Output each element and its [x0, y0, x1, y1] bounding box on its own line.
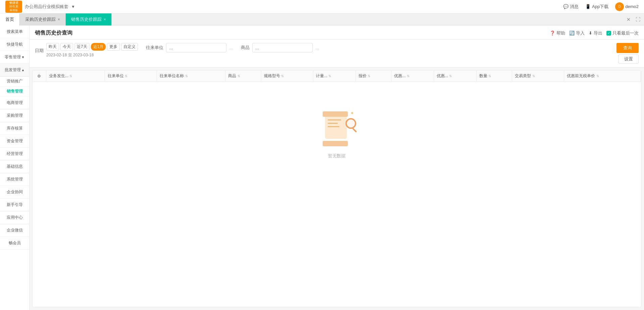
date-btn-more[interactable]: 更多 — [107, 43, 120, 51]
sidebar-item-purchase-mgmt[interactable]: 采购管理 — [0, 109, 29, 122]
import-btn[interactable]: 🔄 导入 — [569, 30, 585, 36]
sort-icon-biz-date: ⇅ — [69, 74, 72, 78]
sidebar-item-marketing-label: 营销推广 — [7, 79, 23, 84]
tab-purchase-history-close[interactable]: × — [58, 17, 60, 22]
sidebar-item-enterprise-collab[interactable]: 企业协同 — [0, 186, 29, 199]
sidebar-item-retail-mgmt[interactable]: 零售管理 ▼ — [0, 51, 29, 64]
sort-icon-no-tax-price: ⇅ — [596, 74, 599, 78]
th-partner-name[interactable]: 往来单位名称 ⇅ — [157, 70, 225, 82]
goods-input[interactable] — [252, 43, 313, 52]
export-icon: ⬇ — [589, 31, 592, 36]
sidebar-item-wholesale-mgmt-label: 批发管理 — [5, 67, 21, 73]
th-biz-date[interactable]: 业务发生... ⇅ — [46, 70, 105, 82]
message-btn[interactable]: 💬 消息 — [563, 4, 579, 10]
tab-purchase-history-label: 采购历史价跟踪 — [25, 16, 56, 22]
message-icon: 💬 — [563, 4, 569, 9]
sidebar-item-system-mgmt[interactable]: 系统管理 — [0, 173, 29, 186]
app-download-btn[interactable]: 📱 App下载 — [585, 4, 608, 10]
sidebar-item-sales-mgmt[interactable]: 销售管理 — [0, 87, 29, 97]
partner-dots: ... — [229, 45, 233, 50]
content: 销售历史价查询 ❓ 帮助 🔄 导入 ⬇ 导出 只看最后一次 — [30, 25, 644, 310]
sidebar-item-wholesale-mgmt[interactable]: 批发管理 ▲ — [0, 64, 29, 76]
sidebar-item-base-info[interactable]: 基础信息 — [0, 160, 29, 173]
date-btn-today[interactable]: 今天 — [60, 43, 73, 51]
th-trade-type[interactable]: 交易类型 ⇅ — [512, 70, 564, 82]
empty-magnifier-circle — [345, 118, 356, 129]
th-spec-label: 规格型号 — [264, 73, 280, 78]
th-goods[interactable]: 商品 ⇅ — [225, 70, 261, 82]
dropdown-icon[interactable]: ▼ — [71, 4, 75, 9]
sidebar-item-app-center[interactable]: 应用中心 — [0, 211, 29, 224]
sidebar-item-quick-nav[interactable]: 快捷导航 — [0, 38, 29, 51]
empty-sparkle: ✦ — [350, 110, 354, 116]
tab-sales-history-close[interactable]: × — [104, 17, 106, 22]
export-btn[interactable]: ⬇ 导出 — [589, 30, 602, 36]
import-icon: 🔄 — [569, 31, 575, 36]
sidebar-item-enterprise-collab-label: 企业协同 — [7, 190, 23, 194]
tab-sales-history[interactable]: 销售历史价跟踪 × — [66, 13, 112, 25]
sidebar-item-inventory[interactable]: 库存核算 — [0, 122, 29, 135]
empty-magnifier-handle — [352, 128, 357, 133]
tabbar-right: ✕ ⛶ — [625, 16, 644, 23]
topbar: 畅捷通好生意标准版 办公用品行业模拟账套 ▼ 💬 消息 📱 App下载 D de… — [0, 0, 644, 13]
sidebar-item-ecommerce[interactable]: 电商管理 — [0, 97, 29, 109]
sidebar-item-membership[interactable]: 畅会员 — [0, 237, 29, 250]
empty-doc-line2 — [328, 123, 338, 124]
sidebar-item-search-menu[interactable]: 搜索菜单 — [0, 25, 29, 38]
date-filter-group: 日期 昨天 今天 近7天 近1月 更多 自定义 2023-02-18 至 202… — [35, 43, 138, 58]
sort-icon-partner-code: ⇅ — [125, 74, 127, 78]
date-buttons: 昨天 今天 近7天 近1月 更多 自定义 — [46, 43, 138, 51]
th-quote-price[interactable]: 报价 ⇅ — [356, 70, 391, 82]
empty-doc-line3 — [328, 126, 339, 127]
sidebar-item-enterprise-wechat[interactable]: 企业微信 — [0, 224, 29, 237]
th-discount2[interactable]: 优惠... ⇅ — [434, 70, 477, 82]
topbar-left: 畅捷通好生意标准版 办公用品行业模拟账套 ▼ — [5, 1, 75, 13]
query-btn[interactable]: 查询 — [616, 43, 639, 53]
th-partner-code[interactable]: 往来单位 ⇅ — [105, 70, 157, 82]
sort-icon-goods: ⇅ — [237, 74, 240, 78]
th-discount1[interactable]: 优惠... ⇅ — [391, 70, 434, 82]
app-download-icon: 📱 — [585, 4, 591, 9]
date-label: 日期 — [35, 48, 44, 54]
th-no-tax-price[interactable]: 优惠前无税单价 ⇅ — [564, 70, 641, 82]
setting-btn[interactable]: 设置 — [619, 54, 639, 64]
th-unit[interactable]: 计量... ⇅ — [313, 70, 356, 82]
sidebar-item-finance-label: 资金管理 — [7, 139, 23, 143]
user-area[interactable]: D demo2 — [615, 2, 639, 11]
th-quantity[interactable]: 数量 ⇅ — [476, 70, 512, 82]
date-btn-custom[interactable]: 自定义 — [121, 43, 138, 51]
sidebar-item-marketing[interactable]: 营销推广 — [0, 76, 29, 87]
sidebar-item-guide[interactable]: 新手引导 — [0, 199, 29, 211]
tab-home[interactable]: 首页 — [0, 13, 20, 25]
sidebar-item-ecommerce-label: 电商管理 — [7, 100, 23, 105]
help-btn[interactable]: ❓ 帮助 — [550, 30, 565, 36]
goods-filter-group: 商品 ... — [241, 43, 319, 52]
date-btn-7days[interactable]: 近7天 — [74, 43, 90, 51]
help-icon: ❓ — [550, 31, 555, 36]
only-last-checkbox[interactable]: 只看最后一次 — [606, 30, 639, 36]
th-spec[interactable]: 规格型号 ⇅ — [261, 70, 313, 82]
th-partner-code-label: 往来单位 — [108, 73, 124, 78]
th-quantity-label: 数量 — [479, 73, 487, 78]
sort-icon-unit: ⇅ — [328, 74, 331, 78]
sidebar-item-ops-mgmt[interactable]: 经营管理 — [0, 148, 29, 160]
goods-label: 商品 — [241, 45, 250, 51]
tab-purchase-history[interactable]: 采购历史价跟踪 × — [20, 13, 66, 25]
th-partner-name-label: 往来单位名称 — [160, 73, 184, 78]
data-table: ⚙ 业务发生... ⇅ 往来单位 ⇅ 往来单位名称 ⇅ — [33, 70, 641, 186]
date-btn-yesterday[interactable]: 昨天 — [46, 43, 59, 51]
partner-input[interactable] — [166, 43, 226, 52]
wholesale-expand-icon: ▲ — [21, 68, 25, 72]
th-settings[interactable]: ⚙ — [33, 70, 46, 82]
close-all-btn[interactable]: ✕ — [625, 16, 632, 23]
sidebar: 搜索菜单 快捷导航 零售管理 ▼ 批发管理 ▲ 营销推广 销售管理 电商管理 采… — [0, 25, 30, 310]
sidebar-item-quick-nav-label: 快捷导航 — [7, 42, 23, 47]
empty-text: 暂无数据 — [328, 153, 345, 159]
table-container: ⚙ 业务发生... ⇅ 往来单位 ⇅ 往来单位名称 ⇅ — [32, 70, 641, 307]
fullscreen-btn[interactable]: ⛶ — [635, 16, 641, 23]
empty-doc-bottom — [323, 141, 348, 146]
table-body: ✦ 暂无数据 — [33, 82, 641, 186]
date-btn-1month[interactable]: 近1月 — [91, 43, 106, 51]
empty-doc-line1 — [328, 119, 341, 120]
sidebar-item-finance[interactable]: 资金管理 — [0, 135, 29, 148]
